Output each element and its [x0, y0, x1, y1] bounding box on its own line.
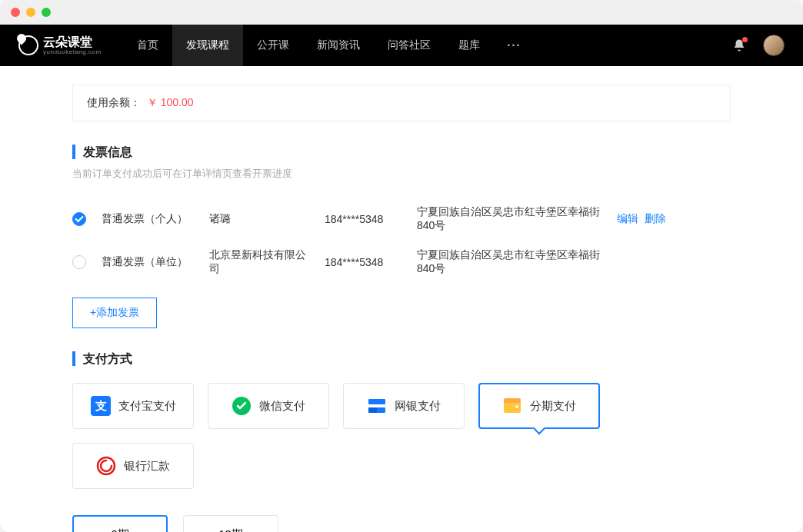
close-window-icon[interactable] — [11, 8, 20, 17]
svg-text:支: 支 — [94, 399, 106, 412]
invoice-row-personal: 普通发票（个人） 诸璐 184****5348 宁夏回族自治区吴忠市红寺堡区幸福… — [72, 198, 731, 241]
invoice-phone: 184****5348 — [325, 256, 402, 268]
pay-label: 支付宝支付 — [118, 399, 176, 414]
invoice-address: 宁夏回族自治区吴忠市红寺堡区幸福街840号 — [417, 205, 601, 233]
invoice-edit-link[interactable]: 编辑 — [617, 212, 638, 226]
balance-box: 使用余额： ￥ 100.00 — [72, 85, 731, 121]
svg-rect-3 — [368, 399, 385, 404]
top-navbar: 云朵课堂 yunduoketang.com 首页 发现课程 公开课 新闻资讯 问… — [0, 25, 803, 66]
unionpay-icon — [367, 396, 387, 416]
installment-periods: 6期 12期 — [72, 515, 731, 532]
invoice-row-company: 普通发票（单位） 北京昱新科技有限公司 184****5348 宁夏回族自治区吴… — [72, 241, 731, 284]
wallet-icon — [502, 396, 522, 416]
add-invoice-button[interactable]: +添加发票 — [72, 298, 157, 328]
pay-label: 分期支付 — [530, 399, 576, 414]
invoice-type: 普通发票（单位） — [102, 255, 194, 269]
balance-label: 使用余额： — [87, 96, 141, 108]
invoice-name: 诸璐 — [209, 212, 309, 226]
pay-alipay[interactable]: 支 支付宝支付 — [72, 383, 194, 429]
nav-discover-courses[interactable]: 发现课程 — [172, 25, 243, 66]
notification-dot-icon — [742, 37, 748, 42]
window-titlebar — [0, 0, 803, 25]
invoice-delete-link[interactable]: 删除 — [645, 212, 666, 226]
svg-rect-7 — [504, 398, 521, 403]
invoice-phone: 184****5348 — [325, 213, 402, 225]
avatar[interactable] — [763, 35, 785, 56]
nav-question-bank[interactable]: 题库 — [445, 25, 494, 66]
payment-section: 支付方式 支 支付宝支付 微信支付 — [72, 351, 731, 532]
nav-more-icon[interactable]: ··· — [494, 25, 535, 66]
alipay-icon: 支 — [91, 396, 111, 416]
payment-methods: 支 支付宝支付 微信支付 网银支付 — [72, 383, 731, 489]
logo-text: 云朵课堂 — [43, 36, 102, 48]
invoice-title: 发票信息 — [72, 145, 731, 159]
invoice-name: 北京昱新科技有限公司 — [209, 248, 309, 276]
svg-rect-5 — [368, 407, 377, 413]
pay-label: 网银支付 — [395, 399, 441, 414]
bank-icon — [96, 456, 116, 476]
invoice-address: 宁夏回族自治区吴忠市红寺堡区幸福街840号 — [417, 248, 601, 276]
maximize-window-icon[interactable] — [42, 8, 51, 17]
invoice-type: 普通发票（个人） — [102, 212, 194, 226]
period-6[interactable]: 6期 — [72, 515, 168, 532]
invoice-radio-personal[interactable] — [72, 212, 86, 226]
wechat-icon — [232, 396, 252, 416]
pay-label: 银行汇款 — [124, 459, 170, 474]
period-12[interactable]: 12期 — [183, 515, 278, 532]
pay-wechat[interactable]: 微信支付 — [208, 383, 329, 429]
pay-installment[interactable]: 分期支付 — [478, 383, 600, 429]
payment-title: 支付方式 — [72, 351, 731, 366]
svg-point-8 — [515, 405, 518, 408]
logo[interactable]: 云朵课堂 yunduoketang.com — [18, 35, 102, 55]
nav-home[interactable]: 首页 — [123, 25, 172, 66]
balance-amount: ￥ 100.00 — [147, 96, 194, 108]
nav-qa[interactable]: 问答社区 — [374, 25, 445, 66]
notification-bell-icon[interactable] — [732, 38, 746, 52]
pay-unionpay[interactable]: 网银支付 — [343, 383, 465, 429]
logo-icon — [18, 35, 38, 55]
nav-open-courses[interactable]: 公开课 — [243, 25, 303, 66]
logo-subtext: yunduoketang.com — [43, 48, 102, 55]
minimize-window-icon[interactable] — [26, 8, 35, 17]
pay-bank-transfer[interactable]: 银行汇款 — [72, 443, 194, 489]
invoice-list: 普通发票（个人） 诸璐 184****5348 宁夏回族自治区吴忠市红寺堡区幸福… — [72, 198, 731, 284]
invoice-section: 发票信息 当前订单支付成功后可在订单详情页查看开票进度 普通发票（个人） 诸璐 … — [72, 145, 731, 328]
pay-label: 微信支付 — [259, 399, 305, 414]
invoice-radio-company[interactable] — [72, 255, 86, 269]
nav-news[interactable]: 新闻资讯 — [303, 25, 374, 66]
nav-links: 首页 发现课程 公开课 新闻资讯 问答社区 题库 ··· — [123, 25, 535, 66]
invoice-subtitle: 当前订单支付成功后可在订单详情页查看开票进度 — [72, 167, 731, 181]
